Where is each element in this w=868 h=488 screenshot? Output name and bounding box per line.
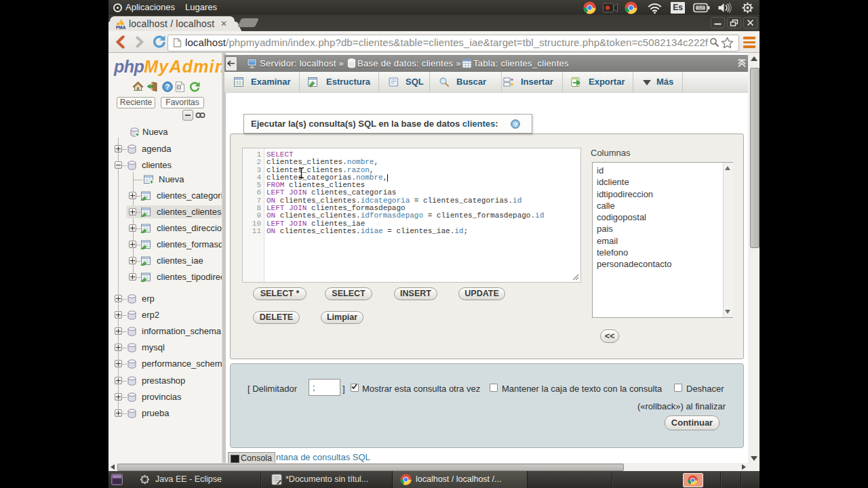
svg-text:?: ? xyxy=(165,83,170,91)
svg-text:?: ? xyxy=(514,121,518,128)
svg-text:PMA: PMA xyxy=(116,25,126,30)
